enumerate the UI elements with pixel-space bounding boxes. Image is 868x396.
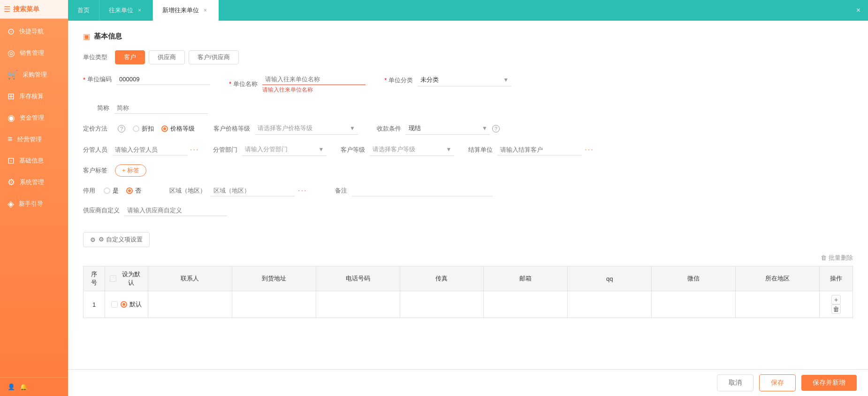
unit-btn-supplier[interactable]: 供应商 [149,50,185,64]
custom-settings-button[interactable]: ⚙ ⚙ 自定义项设置 [83,232,150,247]
cell-email[interactable] [484,291,568,318]
sidebar-bottom[interactable]: 👤 🔔 [0,377,68,396]
pricing-price-level[interactable]: 价格等级 [161,124,195,133]
col-wechat: 微信 [652,266,736,291]
disabled-no[interactable]: 否 [126,186,141,195]
cancel-button[interactable]: 取消 [717,374,754,391]
code-field: * 单位编码 [83,74,210,85]
notes-label: 备注 [335,186,347,195]
price-level-field: 客户价格等级 请选择客户价格等级 ▼ [213,122,358,135]
cell-default: 默认 [105,291,148,318]
sidebar-item-quick-nav[interactable]: ⊙ 快捷导航 [0,21,68,42]
col-region: 所在地区 [736,266,820,291]
sidebar-item-finance[interactable]: ◉ 资金管理 [0,107,68,129]
sidebar-item-system[interactable]: ⚙ 系统管理 [0,171,68,193]
tab-partners-close[interactable]: × [136,6,143,15]
payment-terms-arrow: ▼ [482,125,487,132]
col-no: 序号 [84,266,105,291]
category-select[interactable]: 未分类 ▼ [418,74,511,86]
region-input[interactable] [211,185,295,196]
cell-phone[interactable] [316,291,400,318]
sidebar-item-basics[interactable]: ⊡ 基础信息 [0,150,68,171]
tab-new-partner-close[interactable]: × [202,6,209,15]
delete-row-btn[interactable]: 🗑 [831,304,841,314]
disabled-no-radio[interactable] [126,187,133,194]
cell-region[interactable] [736,291,820,318]
unit-btn-customer[interactable]: 客户 [115,50,145,64]
settlement-input[interactable] [497,144,582,155]
save-button[interactable]: 保存 [759,374,796,391]
manager-field: 分管人员 ··· [83,144,199,155]
sidebar-item-label: 快捷导航 [19,27,44,36]
sidebar-item-inventory[interactable]: ⊞ 库存核算 [0,85,68,107]
dept-select[interactable]: 请输入分管部门 ▼ [242,143,327,156]
save-new-button[interactable]: 保存并新增 [801,375,857,391]
tab-home[interactable]: 首页 [68,0,99,21]
sidebar-item-operations[interactable]: ≡ 经营管理 [0,129,68,150]
form-content: ▣ 基本信息 单位类型 客户 供应商 客户/供应商 * [68,21,868,369]
sidebar-item-label: 系统管理 [20,178,44,186]
manager-more-btn[interactable]: ··· [190,146,199,154]
search-menu-item[interactable]: ☰ 搜索菜单 [0,0,68,19]
payment-terms-select[interactable]: 现结 ▼ [406,122,490,135]
sidebar-item-purchase[interactable]: 🛒 采购管理 [0,64,68,85]
tab-partners[interactable]: 往来单位 × [99,0,153,21]
price-level-arrow: ▼ [350,125,355,132]
pricing-row: 定价方法 ? 折扣 价格等级 客户价格等级 [83,122,853,135]
cell-fax[interactable] [400,291,484,318]
settlement-more-btn[interactable]: ··· [585,146,594,154]
row-region-input[interactable] [740,301,815,308]
price-level-select[interactable]: 请选择客户价格等级 ▼ [255,122,358,135]
name-input[interactable] [262,74,365,85]
pricing-discount[interactable]: 折扣 [133,124,154,133]
fax-input[interactable] [405,301,479,308]
customer-level-select[interactable]: 请选择客户等级 ▼ [370,143,454,156]
manager-input[interactable] [112,144,187,155]
unit-type-group: 客户 供应商 客户/供应商 [115,50,239,64]
cell-qq[interactable] [568,291,652,318]
add-row-btn[interactable]: + [831,295,841,304]
close-all-tabs[interactable]: × [856,6,868,15]
disabled-yes[interactable]: 是 [104,186,119,195]
custom-settings-label: ⚙ 自定义项设置 [99,235,143,244]
discount-radio[interactable] [133,125,139,132]
contact-input[interactable] [153,301,227,308]
region-label: 区域（地区） [169,186,206,195]
short-name-input[interactable] [114,102,208,114]
default-radio-item[interactable]: 默认 [121,300,142,309]
dept-arrow: ▼ [318,146,324,153]
address-input[interactable] [237,301,311,308]
code-input[interactable] [116,74,210,85]
sidebar-item-label: 采购管理 [23,70,47,79]
region-more-btn[interactable]: ··· [298,186,307,195]
disabled-yes-radio[interactable] [104,187,110,194]
supplier-custom-input[interactable] [124,205,228,216]
sidebar-item-guide[interactable]: ◈ 新手引导 [0,193,68,215]
cell-wechat[interactable] [652,291,736,318]
default-radio[interactable] [121,301,127,308]
tab-new-partner[interactable]: 新增往来单位 × [153,0,219,21]
finance-icon: ◉ [8,113,15,123]
payment-help-icon[interactable]: ? [492,125,500,132]
pricing-help-icon[interactable]: ? [118,125,125,132]
col-phone: 电话号码 [316,266,400,291]
cell-contact[interactable] [148,291,232,318]
cell-address[interactable] [232,291,316,318]
header-checkbox[interactable] [110,275,116,282]
notes-input[interactable] [352,185,493,196]
unit-btn-both[interactable]: 客户/供应商 [189,50,239,64]
tag-label: 客户标签 [83,166,107,175]
batch-delete-btn[interactable]: 🗑 批量删除 [83,254,853,262]
sidebar-item-sales[interactable]: ◎ 销售管理 [0,42,68,64]
gear-icon: ⚙ [90,236,96,243]
wechat-input[interactable] [656,301,731,308]
phone-input[interactable] [321,301,395,308]
email-input[interactable] [488,301,563,308]
disabled-no-label: 否 [135,186,141,195]
customer-level-placeholder: 请选择客户等级 [373,145,444,154]
row-checkbox[interactable] [111,301,118,308]
qq-input[interactable] [572,301,647,308]
add-tag-button[interactable]: + 标签 [115,164,146,177]
operations-icon: ≡ [8,134,13,144]
price-level-radio[interactable] [161,125,168,132]
